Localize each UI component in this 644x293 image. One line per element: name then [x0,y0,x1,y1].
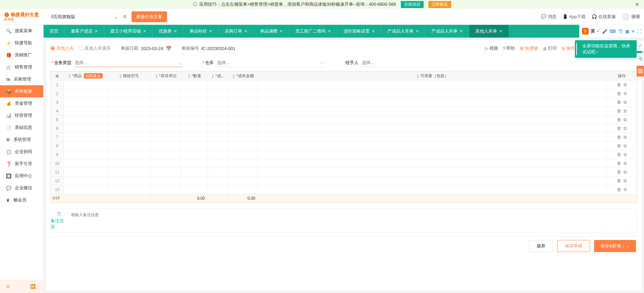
rail-expand-icon[interactable]: ⤢ [637,40,644,51]
radio-other-in[interactable]: 其他入库 [50,45,74,51]
sidebar-item-money[interactable]: 💰资金管理 [0,97,43,109]
table-row[interactable]: 5🗑 ⧉ [51,115,637,124]
table-row[interactable]: 6🗑 ⧉ [51,124,637,133]
copy-icon[interactable]: ⧉ [624,117,627,122]
copy-icon[interactable]: ⧉ [624,135,627,140]
copy-icon[interactable]: ⧉ [624,169,627,175]
delete-icon[interactable]: 🗑 [617,161,621,166]
tab-close-icon[interactable]: ✕ [328,29,331,34]
tab-close-icon[interactable]: ✕ [209,29,212,34]
warehouse-input[interactable] [217,58,324,67]
table-row[interactable]: 9🗑 ⧉ [51,150,637,159]
tab-其他入库单[interactable]: 其他入库单✕ [469,25,509,38]
tab-产成品入库单[interactable]: 产成品入库单✕ [425,25,469,38]
notice-close-icon[interactable]: ✕ [635,1,639,8]
ime-keyboard-icon[interactable]: ⌨ [609,29,616,34]
remark-input[interactable] [67,209,637,226]
save-new-button[interactable]: 保存&新增⌄ [594,240,636,252]
more-icon[interactable]: ··· [320,60,325,65]
hotkey-link[interactable]: ⌘ 快捷键 [520,45,538,51]
sidebar-item-sys[interactable]: ⚙系统管理 [0,134,43,146]
table-row[interactable]: 10🗑 ⧉ [51,159,637,168]
messages-link[interactable]: 💬消息 [541,14,556,20]
tab-close-icon[interactable]: ✕ [416,29,419,34]
tab-产成品入库单[interactable]: 产成品入库单✕ [381,25,425,38]
copy-icon[interactable]: ⧉ [624,82,627,87]
discard-button[interactable]: 放弃 [529,240,553,252]
tab-close-icon[interactable]: ✕ [174,29,177,34]
operator-input[interactable] [362,58,442,67]
ime-dot-icon[interactable]: •ˇ [597,29,600,34]
delete-icon[interactable]: 🗑 [617,178,621,183]
rail-image-icon[interactable]: 🖼 [637,66,644,77]
tab-建立小程序店铺[interactable]: 建立小程序店铺✕ [104,25,153,38]
table-row[interactable]: 11🗑 ⧉ [51,168,637,177]
col-4[interactable]: ▲▼*成... [208,72,228,81]
sidebar-item-chat[interactable]: 💬企业微信 [0,182,43,194]
col-2[interactable]: ▲▼*库存单位 [151,72,181,81]
copy-icon[interactable]: ⧉ [624,126,627,131]
copy-icon[interactable]: ⧉ [624,143,627,148]
sidebar-item-bolt[interactable]: ⚡快捷导航 [0,37,43,49]
try-industry-button[interactable]: 体验行业方案 [131,11,167,22]
save-draft-button[interactable]: 保存草稿 [557,240,590,252]
collapse-icon[interactable]: ⏩ [30,284,36,289]
chevron-down-icon[interactable]: ⌄ [179,60,182,65]
table-row[interactable]: 7🗑 ⧉ [51,133,637,142]
ime-skin-icon[interactable]: 👕 [618,29,623,34]
logo[interactable]: b 畅捷通好生意 标准版 [4,12,44,22]
app-download-link[interactable]: 📱App下载 [562,14,586,20]
help-link[interactable]: ? 帮助 [503,45,515,51]
delete-icon[interactable]: 🗑 [617,152,621,157]
copy-icon[interactable]: ⧉ [624,152,627,157]
org-select[interactable]: 0五组旗舰版 ⌄ [51,13,118,20]
date-value[interactable]: 2023-03-24 [141,46,163,51]
scan-badge[interactable]: 扫码录入 [84,73,103,79]
sidebar-item-cart[interactable]: 🛒销售管理 [0,61,43,73]
table-row[interactable]: 1🗑 ⧉ [51,81,637,89]
gear-icon[interactable]: ⚙ [123,14,127,19]
video-link[interactable]: ▷ 视频 [485,45,498,51]
tab-close-icon[interactable]: ✕ [460,29,463,34]
tab-优惠券[interactable]: 优惠券✕ [153,25,183,38]
buy-button[interactable]: 立即购买 [428,1,451,8]
table-row[interactable]: 3🗑 ⧉ [51,98,637,107]
copy-icon[interactable]: ⧉ [624,108,627,113]
ime-expand-icon[interactable]: ⛶ [637,29,641,34]
table-row[interactable]: 13🗑 ⧉ [51,185,637,194]
tab-单品满赠[interactable]: 单品满赠✕ [254,25,289,38]
delete-icon[interactable]: 🗑 [617,100,621,105]
ime-grid-icon[interactable]: ▦ [625,29,629,34]
copy-icon[interactable]: ⧉ [624,187,627,192]
table-row[interactable]: 8🗑 ⧉ [51,142,637,150]
delete-icon[interactable]: 🗑 [617,108,621,113]
delete-icon[interactable]: 🗑 [617,135,621,140]
delete-icon[interactable]: 🗑 [617,169,621,175]
table-row[interactable]: 2🗑 ⧉ [51,89,637,98]
sidebar-item-gift[interactable]: 🎁营销推广 [0,49,43,61]
delete-icon[interactable]: 🗑 [617,82,621,87]
business-type-input[interactable] [75,58,182,67]
col-6[interactable]: ▲▼可用量（包装） [258,72,607,81]
sidebar-item-help[interactable]: ❓新手引导 [0,158,43,170]
col-5[interactable]: ▲▼*成本金额 [228,72,258,81]
sidebar-item-box[interactable]: 📦库存核算 [0,85,43,97]
delete-icon[interactable]: 🗑 [617,143,621,148]
user-menu[interactable]: 珊珊 [622,13,640,21]
tab-首页[interactable]: 首页 [44,25,65,38]
tab-进价策略设置[interactable]: 进价策略设置✕ [337,25,381,38]
col-3[interactable]: ▲▼*数量 [181,72,208,81]
delete-icon[interactable]: 🗑 [617,91,621,96]
delete-icon[interactable]: 🗑 [617,117,621,122]
table-row[interactable]: 4🗑 ⧉ [51,107,637,115]
copy-icon[interactable]: ⧉ [624,161,627,166]
table-row[interactable]: 12🗑 ⧉ [51,177,637,185]
col-0[interactable]: ▲▼*商品扫码录入 [64,72,107,81]
col-gear[interactable]: ⚙ [51,72,64,81]
tab-close-icon[interactable]: ✕ [244,29,248,34]
calendar-icon[interactable]: 📅 [166,46,171,51]
ime-close-icon[interactable]: ✕ [631,29,635,34]
sidebar-item-doc[interactable]: 📋企业协同 [0,146,43,158]
tab-采购订单[interactable]: 采购订单✕ [219,25,254,38]
copy-icon[interactable]: ⧉ [624,91,627,96]
